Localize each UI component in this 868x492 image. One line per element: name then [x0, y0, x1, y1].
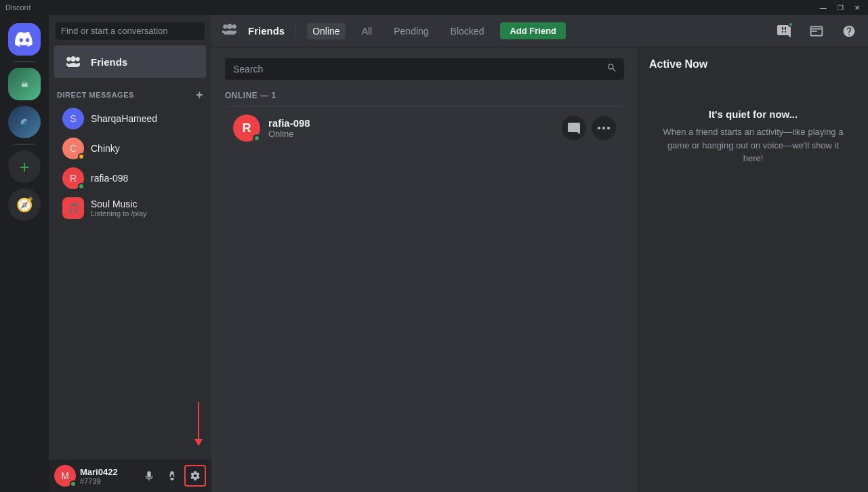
dm-avatar-sharqa: S — [62, 108, 84, 129]
user-tag: #7739 — [80, 477, 134, 485]
tab-online[interactable]: Online — [307, 23, 345, 39]
tab-blocked[interactable]: Blocked — [445, 23, 490, 39]
add-friend-button[interactable]: Add Friend — [500, 22, 566, 39]
dm-sidebar: Friends DIRECT MESSAGES + S SharqaHameed… — [49, 15, 211, 492]
dm-sub-soul: Listening to /play — [91, 209, 198, 218]
active-now-quiet: It's quiet for now... When a friend star… — [649, 81, 857, 192]
dm-search-input[interactable] — [56, 22, 205, 40]
friend-actions-rafia — [562, 116, 616, 140]
friends-icon — [62, 51, 84, 73]
friends-header-title: Friends — [248, 25, 285, 37]
dm-name-rafia: rafia-098 — [91, 173, 198, 184]
close-button[interactable]: ✕ — [852, 4, 863, 12]
minimize-button[interactable]: — — [817, 4, 829, 12]
deafen-button[interactable] — [161, 465, 183, 487]
restore-button[interactable]: ❐ — [835, 4, 846, 12]
header-divider — [295, 23, 296, 39]
status-dot-chinky — [78, 153, 85, 160]
search-icon — [606, 62, 617, 76]
friends-list: ONLINE — 1 R rafia-098 Online — [211, 47, 638, 492]
server-divider-2 — [14, 144, 35, 145]
active-now-title: Active Now — [649, 58, 857, 70]
mute-button[interactable] — [138, 465, 160, 487]
friends-label: Friends — [91, 56, 127, 68]
server-icon-1[interactable]: 🏔 — [8, 68, 41, 100]
tab-all[interactable]: All — [356, 23, 378, 39]
dm-section-header: DIRECT MESSAGES + — [49, 78, 211, 104]
friends-header: Friends Online All Pending Blocked Add F… — [211, 15, 868, 47]
main-content: Friends Online All Pending Blocked Add F… — [211, 15, 868, 492]
inbox-button[interactable] — [808, 23, 825, 39]
dm-name-sharqa: SharqaHameed — [91, 113, 198, 124]
status-dot-rafia — [78, 183, 85, 190]
titlebar: Discord — ❐ ✕ — [0, 0, 868, 15]
server-icon-2[interactable]: 🌊 — [8, 106, 41, 138]
dm-name-chinky: Chinky — [91, 143, 198, 154]
svg-point-2 — [607, 127, 610, 129]
user-status-dot — [70, 480, 77, 487]
message-friend-button[interactable] — [562, 116, 586, 140]
server-sidebar: 🏔 🌊 + 🧭 — [0, 15, 49, 492]
svg-point-1 — [602, 127, 605, 129]
tab-pending[interactable]: Pending — [388, 23, 434, 39]
dm-name-soul: Soul Music — [91, 199, 198, 209]
friend-status-rafia: Online — [268, 129, 562, 139]
friends-nav-item[interactable]: Friends — [54, 45, 206, 78]
online-count-header: ONLINE — 1 — [225, 91, 624, 100]
user-panel: M Mari0422 #7739 — [49, 459, 211, 492]
content-area: ONLINE — 1 R rafia-098 Online — [211, 47, 868, 492]
quiet-description: When a friend starts an activity—like pl… — [663, 125, 844, 165]
server-icon-home[interactable] — [8, 23, 41, 56]
friends-search-input[interactable] — [225, 58, 624, 80]
friend-avatar-rafia: R — [233, 115, 260, 142]
dm-avatar-chinky: C — [62, 138, 84, 159]
friend-row-rafia[interactable]: R rafia-098 Online — [225, 106, 624, 150]
active-now-panel: Active Now It's quiet for now... When a … — [638, 47, 868, 492]
user-name: Mari0422 — [80, 467, 134, 477]
friends-header-icon — [222, 23, 237, 39]
dm-avatar-rafia: R — [62, 167, 84, 189]
dm-add-button[interactable]: + — [196, 89, 203, 101]
titlebar-title: Discord — [5, 3, 30, 12]
friend-status-dot-rafia — [253, 134, 261, 142]
dm-section-title: DIRECT MESSAGES — [57, 91, 134, 99]
dm-search-container — [49, 15, 211, 45]
dm-item-rafia[interactable]: R rafia-098 — [54, 163, 206, 193]
more-options-button[interactable] — [592, 116, 616, 140]
app-container: 🏔 🌊 + 🧭 Friends DIRECT MESSAGES + — [0, 15, 868, 492]
server-icon-explore[interactable]: 🧭 — [8, 188, 41, 221]
server-divider — [14, 61, 35, 62]
server-icon-add[interactable]: + — [8, 150, 41, 183]
search-bar — [225, 58, 624, 80]
help-button[interactable] — [841, 23, 857, 39]
dm-avatar-soul: 🎵 — [62, 197, 84, 219]
user-avatar: M — [54, 465, 76, 487]
quiet-title: It's quiet for now... — [663, 108, 844, 120]
svg-point-0 — [598, 127, 600, 129]
user-controls — [138, 465, 206, 487]
friend-name-rafia: rafia-098 — [268, 117, 562, 129]
dm-item-chinky[interactable]: C Chinky — [54, 134, 206, 163]
dm-item-sharqa[interactable]: S SharqaHameed — [54, 104, 206, 134]
settings-button[interactable] — [184, 465, 206, 487]
new-dm-button[interactable] — [776, 23, 792, 39]
dm-item-soul[interactable]: 🎵 Soul Music Listening to /play — [54, 193, 206, 223]
user-info: Mari0422 #7739 — [80, 467, 134, 485]
